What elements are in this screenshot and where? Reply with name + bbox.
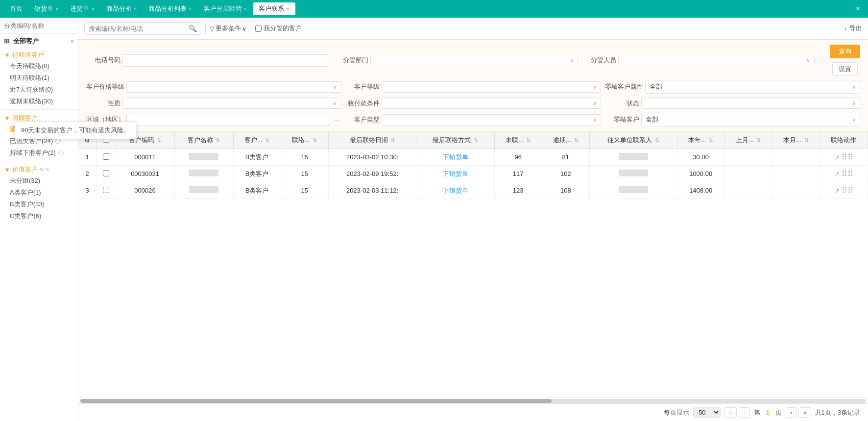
cell-grade: B类客户 <box>233 182 281 199</box>
th-last-month[interactable]: 上月... ⇅ <box>724 132 772 149</box>
cell-overdue: 108 <box>542 182 589 199</box>
close-tab-customer-layer[interactable]: × <box>244 6 247 12</box>
status-select[interactable]: ∨ <box>641 98 860 109</box>
page-word: 页 <box>773 408 784 417</box>
horizontal-scrollbar[interactable] <box>78 397 868 403</box>
region-input[interactable] <box>126 114 330 126</box>
sidebar-all-customers[interactable]: ⊞ 全部客户 « <box>0 34 78 49</box>
sort-tmonth-icon[interactable]: ⇅ <box>804 137 809 143</box>
sidebar-divider-1 <box>0 109 78 110</box>
sidebar-item-7days[interactable]: 近7天待联络(0) <box>0 84 78 96</box>
payment-select[interactable]: ∨ <box>382 98 601 109</box>
tab-sales-order[interactable]: 销货单 × <box>28 2 64 15</box>
sort-grade-icon[interactable]: ⇅ <box>265 137 269 143</box>
payment-arrow: ∨ <box>593 100 597 106</box>
sidebar-search-input[interactable] <box>4 22 78 29</box>
sidebar-item-declining[interactable]: 持续下滑客户(2) ⓘ <box>0 147 78 159</box>
sort-date-icon[interactable]: ⇅ <box>390 137 395 143</box>
first-page-btn[interactable]: « <box>724 407 737 418</box>
scrollbar-thumb[interactable] <box>80 399 552 403</box>
more-conditions-btn[interactable]: ▽ 更多条件 ∨ <box>205 22 251 35</box>
per-page-select[interactable]: 50 100 200 <box>693 407 721 418</box>
sort-lmonth-icon[interactable]: ⇅ <box>756 137 761 143</box>
sort-type-icon[interactable]: ⇅ <box>474 137 478 143</box>
th-last-contact-date[interactable]: 最后联络日期 ⇅ <box>328 132 416 149</box>
person-select[interactable]: ∨ <box>618 55 815 66</box>
search-input[interactable] <box>89 25 187 32</box>
sidebar-item-today[interactable]: 今天待联络(0) <box>0 60 78 72</box>
cell-code: 000026 <box>116 182 174 199</box>
zero-attr-select[interactable]: 全部 ∨ <box>645 80 860 94</box>
customer-type-select[interactable]: ∨ <box>382 114 601 125</box>
zero-customer-select[interactable]: 全部 ∨ <box>641 113 860 126</box>
tab-customer-contact[interactable]: 客户联系 × <box>253 2 295 15</box>
cell-checkbox[interactable] <box>96 166 116 182</box>
tab-home[interactable]: 首页 <box>4 2 28 15</box>
region-dots[interactable]: ··· <box>332 116 341 124</box>
th-name[interactable]: 客户名称 ⇅ <box>174 132 233 149</box>
close-tab-sales-order[interactable]: × <box>55 6 58 12</box>
sidebar-item-overdue[interactable]: 逾期未联络(30) <box>0 96 78 107</box>
close-tab-purchase-order[interactable]: × <box>91 6 94 12</box>
th-this-year[interactable]: 本年... ⇅ <box>677 132 724 149</box>
sort-year-icon[interactable]: ⇅ <box>709 137 713 143</box>
collapse-btn[interactable]: « <box>71 38 74 45</box>
settings-button[interactable]: 设置 <box>832 62 858 76</box>
pagination-nav: « ‹ 第 1 页 › » <box>724 407 811 418</box>
sidebar-group-pending[interactable]: ▼ 待联络客户 <box>0 49 78 60</box>
customer-grade-select[interactable]: ∨ <box>382 81 601 93</box>
sidebar-item-class-c[interactable]: C类客户(6) <box>0 210 78 222</box>
phone-input[interactable] <box>122 54 330 67</box>
cell-checkbox[interactable] <box>96 182 116 199</box>
sidebar-group-value[interactable]: ▼ 价值客户 ↻ ✎ <box>0 163 78 175</box>
close-tab-product-analysis[interactable]: × <box>134 6 137 12</box>
edit-icon[interactable]: ✎ <box>45 167 49 173</box>
nature-arrow: ∨ <box>333 100 337 106</box>
window-close-button[interactable]: × <box>852 2 864 15</box>
filter-search-icon[interactable]: 🔍 <box>189 25 197 32</box>
sort-contact-icon[interactable]: ⇅ <box>313 137 317 143</box>
close-tab-product-analysis-list[interactable]: × <box>189 6 192 12</box>
person-dots[interactable]: ··· <box>817 57 826 64</box>
th-unit-contact[interactable]: 往来单位联系人 ⇅ <box>589 132 677 149</box>
prev-page-btn[interactable]: ‹ <box>739 407 749 418</box>
cell-not-contacted: 123 <box>494 182 542 199</box>
sort-code-icon[interactable]: ⇅ <box>157 137 161 143</box>
price-grade-arrow: ∨ <box>333 84 337 90</box>
sidebar-item-tomorrow[interactable]: 明天待联络(1) <box>0 72 78 84</box>
tab-customer-layer[interactable]: 客户分层经营 × <box>198 2 253 15</box>
sort-overdue-icon[interactable]: ⇅ <box>574 137 579 143</box>
sort-name-icon[interactable]: ⇅ <box>216 137 220 143</box>
sidebar-item-ungrouped[interactable]: 未分组(32) <box>0 175 78 187</box>
th-last-contact-type[interactable]: 最后联络方式 ⇅ <box>416 132 494 149</box>
th-not-contacted[interactable]: 未联... ⇅ <box>494 132 542 149</box>
price-grade-select[interactable]: ∨ <box>126 81 341 93</box>
th-contact-count[interactable]: 联络... ⇅ <box>281 132 328 149</box>
export-btn[interactable]: ↑ 导出 <box>844 24 863 33</box>
cell-not-contacted: 117 <box>494 166 542 182</box>
filter-dept: 分管部门 ∨ <box>334 55 578 66</box>
tab-product-analysis-list[interactable]: 商品分析列表 × <box>143 2 197 15</box>
sort-not-contact-icon[interactable]: ⇅ <box>526 137 530 143</box>
sidebar-item-class-b[interactable]: B类客户(33) <box>0 198 78 210</box>
cell-checkbox[interactable] <box>96 149 116 166</box>
last-page-btn[interactable]: » <box>798 407 811 418</box>
tab-purchase-order[interactable]: 进货单 × <box>64 2 100 15</box>
tab-product-analysis[interactable]: 商品分析 × <box>100 2 143 15</box>
th-grade[interactable]: 客户... ⇅ <box>233 132 281 149</box>
export-icon: ↑ <box>844 25 848 32</box>
refresh-icon[interactable]: ↻ <box>40 167 44 173</box>
my-customers-checkbox[interactable] <box>255 25 262 32</box>
cell-unit-contact <box>589 166 677 182</box>
query-button[interactable]: 查询 <box>830 45 860 58</box>
th-overdue[interactable]: 逾期... ⇅ <box>542 132 589 149</box>
nature-select[interactable]: ∨ <box>122 98 341 109</box>
close-tab-customer-contact[interactable]: × <box>286 6 289 12</box>
filter-row-1: 电话号码 分管部门 ∨ 分管人员 ∨ ··· <box>86 45 860 76</box>
next-page-btn[interactable]: › <box>786 407 796 418</box>
dept-select[interactable]: ∨ <box>370 55 578 66</box>
sort-unit-icon[interactable]: ⇅ <box>655 137 659 143</box>
sidebar-item-class-a[interactable]: A类客户(1) <box>0 187 78 198</box>
my-customers-checkbox-label[interactable]: 我分管的客户 <box>255 24 302 33</box>
th-this-month[interactable]: 本月... ⇅ <box>772 132 820 149</box>
